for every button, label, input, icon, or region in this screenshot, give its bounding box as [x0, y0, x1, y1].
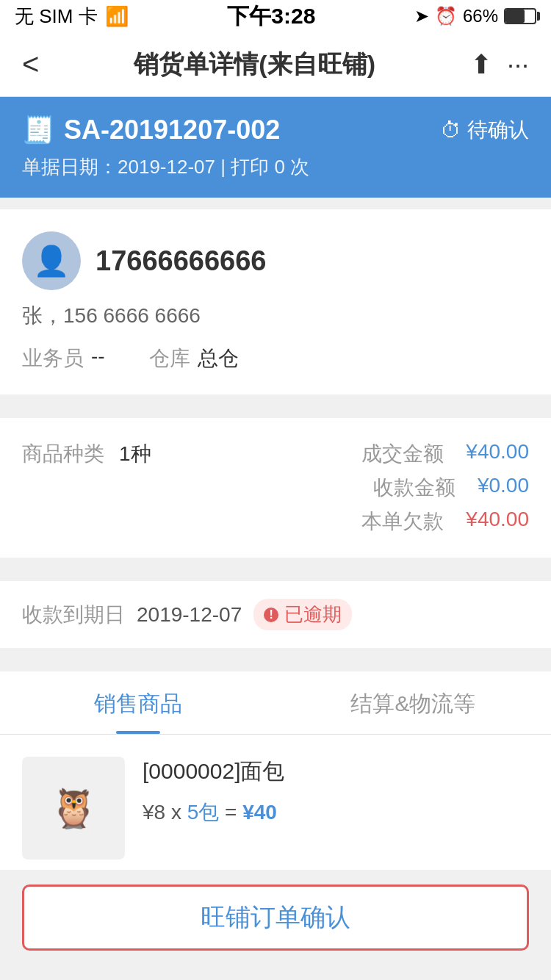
product-item: 🦉 [0000002]面包 ¥8 x 5包 = ¥40 [22, 757, 529, 860]
overdue-text: 已逾期 [284, 602, 342, 627]
product-list: 🦉 [0000002]面包 ¥8 x 5包 = ¥40 [0, 735, 551, 882]
separator-2 [0, 406, 551, 418]
owed-amount: 本单欠款 ¥40.00 [361, 508, 529, 536]
carrier-text: 无 SIM 卡 [15, 4, 98, 29]
salesperson-info: 业务员 -- [22, 345, 105, 372]
due-date: 2019-12-07 [137, 603, 242, 627]
battery-percent: 66% [463, 6, 498, 26]
transaction-amount: 成交金额 ¥40.00 [361, 440, 529, 468]
more-icon[interactable]: ··· [507, 49, 529, 80]
order-date: 单据日期：2019-12-07 | 打印 0 次 [22, 154, 529, 180]
type-label: 商品种类 [22, 440, 104, 468]
wifi-icon: 📶 [105, 5, 129, 28]
product-placeholder-icon: 🦉 [50, 786, 98, 831]
location-icon: ➤ [414, 6, 429, 26]
receipt-icon: 🧾 [22, 115, 55, 145]
due-label: 收款到期日 [22, 601, 125, 629]
alarm-icon: ⏰ [435, 6, 457, 26]
tabs-header: 销售商品 结算&物流等 [0, 671, 551, 735]
warehouse-value: 总仓 [198, 345, 239, 372]
page-title: 销货单详情(来自旺铺) [134, 48, 375, 82]
status-indicators: ➤ ⏰ 66% [414, 6, 536, 26]
customer-meta: 业务员 -- 仓库 总仓 [22, 345, 529, 372]
nav-bar: < 销货单详情(来自旺铺) ⬆ ··· [0, 32, 551, 97]
battery-icon [504, 8, 536, 24]
customer-section: 👤 17666666666 张，156 6666 6666 业务员 -- 仓库 … [0, 209, 551, 394]
bottom-bar: 旺铺订单确认 [0, 870, 551, 980]
status-time: 下午3:28 [227, 1, 315, 32]
tabs-section: 销售商品 结算&物流等 🦉 [0000002]面包 ¥8 x 5包 = ¥40 [0, 671, 551, 882]
product-name: [0000002]面包 [143, 757, 529, 787]
order-header: 🧾 SA-20191207-002 ⏱ 待确认 单据日期：2019-12-07 … [0, 97, 551, 198]
overdue-badge: ! 已逾期 [253, 599, 352, 630]
summary-section: 商品种类 1种 成交金额 ¥40.00 收款金额 ¥0.00 本单欠款 ¥40.… [0, 418, 551, 558]
warehouse-label: 仓库 [149, 345, 190, 372]
product-price: ¥8 x 5包 = ¥40 [143, 799, 529, 826]
status-carrier: 无 SIM 卡 📶 [15, 4, 129, 29]
amount-summary: 成交金额 ¥40.00 收款金额 ¥0.00 本单欠款 ¥40.00 [361, 440, 529, 536]
nav-actions: ⬆ ··· [470, 49, 529, 80]
warning-icon: ! [264, 608, 278, 622]
separator-1 [0, 198, 551, 209]
product-info: [0000002]面包 ¥8 x 5包 = ¥40 [143, 757, 529, 826]
order-id: 🧾 SA-20191207-002 [22, 115, 280, 145]
due-date-section: 收款到期日 2019-12-07 ! 已逾期 [0, 581, 551, 648]
salesperson-value: -- [91, 345, 105, 372]
confirm-button[interactable]: 旺铺订单确认 [22, 884, 529, 951]
separator-4 [0, 660, 551, 671]
product-image: 🦉 [22, 757, 125, 860]
warehouse-info: 仓库 总仓 [149, 345, 239, 372]
salesperson-label: 业务员 [22, 345, 84, 372]
tab-settlement[interactable]: 结算&物流等 [276, 671, 551, 734]
type-value: 1种 [119, 440, 151, 468]
avatar: 👤 [22, 231, 81, 290]
customer-phone: 17666666666 [96, 245, 266, 277]
received-amount: 收款金额 ¥0.00 [373, 474, 529, 502]
separator-3 [0, 569, 551, 581]
share-icon[interactable]: ⬆ [470, 49, 492, 80]
back-button[interactable]: < [22, 48, 39, 81]
order-status: ⏱ 待确认 [441, 116, 529, 144]
status-bar: 无 SIM 卡 📶 下午3:28 ➤ ⏰ 66% [0, 0, 551, 32]
tab-products[interactable]: 销售商品 [0, 671, 276, 734]
clock-icon: ⏱ [441, 118, 461, 143]
customer-name: 张，156 6666 6666 [22, 302, 529, 330]
